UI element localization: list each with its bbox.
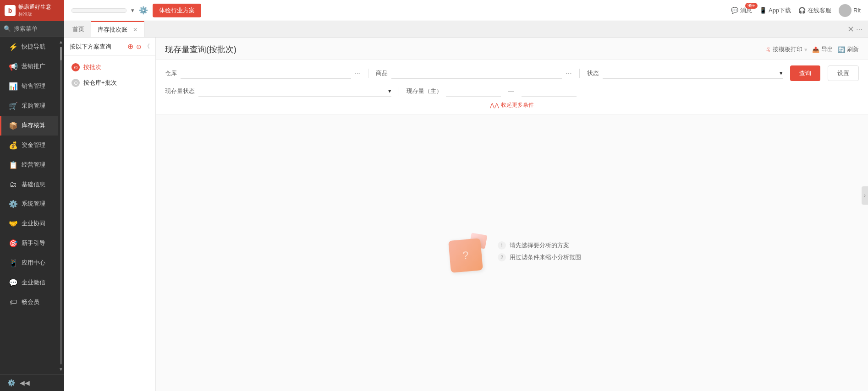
panel-add-btn[interactable]: ⊕: [127, 42, 133, 51]
messages-btn[interactable]: 💬 消息 99+: [731, 6, 752, 15]
filter-row-2: 现存量状态 ▾ 现存量（主） —: [165, 86, 859, 97]
sidebar-item-business[interactable]: 📋 经营管理: [0, 155, 58, 175]
sidebar-scroll-down[interactable]: ▼: [58, 365, 64, 373]
settings-footer-btn[interactable]: ⚙️: [7, 379, 15, 386]
product-input[interactable]: [391, 68, 562, 79]
warehouse-input[interactable]: [181, 68, 351, 79]
empty-step-2: 2 用过滤条件来缩小分析范围: [498, 253, 581, 261]
panel-item-by-warehouse-batch[interactable]: ⊙ 按仓库+批次: [64, 75, 155, 91]
app-download-btn[interactable]: 📱 App下载: [759, 6, 791, 15]
warehouse-dots[interactable]: ···: [355, 69, 361, 77]
export-btn[interactable]: 📤 导出: [812, 45, 833, 54]
collapse-btn[interactable]: ⋀⋀ 收起更多条件: [490, 101, 534, 109]
online-service-label: 在线客服: [808, 6, 831, 15]
empty-illustration: [443, 230, 489, 276]
tab-home[interactable]: 首页: [66, 21, 91, 37]
nav-label-sales: 销售管理: [22, 82, 45, 90]
tab-bar-right: ✕ ⋯: [847, 21, 866, 37]
sidebar-item-enterprise[interactable]: 🤝 企业协同: [0, 214, 58, 234]
tab-more-btn[interactable]: ⋯: [856, 26, 863, 33]
nav-label-wechat: 企业微信: [22, 278, 45, 287]
sidebar-item-member[interactable]: 🏷 畅会员: [0, 293, 58, 312]
experience-btn[interactable]: 体验行业方案: [153, 4, 201, 17]
sidebar-item-finance[interactable]: 💰 资金管理: [0, 136, 58, 155]
sidebar-item-marketing[interactable]: 📢 营销推广: [0, 57, 58, 76]
app-download-label: App下载: [769, 6, 791, 15]
sidebar-search[interactable]: 🔍 搜索菜单: [0, 21, 64, 37]
sidebar-item-system[interactable]: ⚙️ 系统管理: [0, 194, 58, 214]
product-filter-group: 商品 ···: [376, 68, 571, 79]
collapse-row: ⋀⋀ 收起更多条件: [165, 101, 859, 109]
user-menu[interactable]: Rit: [839, 4, 861, 17]
nav-label-business: 经营管理: [22, 161, 45, 169]
header-right: 💬 消息 99+ 📱 App下载 🎧 在线客服 Rit: [731, 4, 861, 17]
panel-collapse-btn[interactable]: 《: [144, 43, 150, 50]
tab-close-btn[interactable]: ✕: [133, 27, 137, 33]
sidebar-item-sales[interactable]: 📊 销售管理: [0, 76, 58, 96]
panel-item-by-batch[interactable]: ⊙ 按批次: [64, 60, 155, 75]
print-dropdown-icon: ▾: [804, 46, 808, 53]
product-dots[interactable]: ···: [566, 69, 571, 77]
header-search-box[interactable]: [71, 8, 126, 13]
page-title: 现存量查询(按批次): [165, 44, 236, 55]
sidebar-item-wechat[interactable]: 💬 企业微信: [0, 273, 58, 293]
stock-status-group: 现存量状态 ▾: [165, 86, 391, 97]
stock-status-dropdown-icon: ▾: [388, 87, 391, 94]
right-collapse-icon: ›: [864, 192, 866, 199]
query-btn[interactable]: 查询: [790, 65, 820, 81]
sidebar-item-shortcut[interactable]: ⚡ 快捷导航: [0, 37, 58, 57]
status-select[interactable]: ▾: [603, 68, 783, 79]
header-dropdown-btn[interactable]: ▾: [131, 7, 134, 14]
settings-btn[interactable]: 设置: [828, 65, 859, 81]
right-collapse-handle[interactable]: ›: [862, 186, 868, 205]
tab-inventory-batch[interactable]: 库存批次账 ✕: [91, 21, 144, 37]
empty-text: 1 请先选择要分析的方案 2 用过滤条件来缩小分析范围: [498, 241, 581, 265]
service-icon: 🎧: [798, 7, 806, 14]
user-name: Rit: [853, 7, 861, 14]
print-btn[interactable]: 🖨 按模板打印 ▾: [765, 45, 808, 54]
stock-qty-max[interactable]: [522, 86, 577, 97]
sidebar-item-guide[interactable]: 🎯 新手引导: [0, 234, 58, 253]
online-service-btn[interactable]: 🎧 在线客服: [798, 6, 831, 15]
nav-label-shortcut: 快捷导航: [22, 43, 45, 51]
sidebar-header: b 畅康通好生意 标准版: [0, 0, 64, 21]
messages-badge: 99+: [745, 3, 758, 9]
sidebar-item-inventory[interactable]: 📦 库存核算: [0, 116, 58, 136]
sidebar-item-basic[interactable]: 🗂 基础信息: [0, 175, 58, 194]
sidebar-scroll-up[interactable]: ▲: [58, 38, 64, 46]
search-icon: 🔍: [4, 25, 11, 32]
header-gear-btn[interactable]: ⚙️: [139, 6, 148, 15]
filter-divider-3: [399, 87, 399, 96]
tab-close-main-btn[interactable]: ✕: [847, 24, 854, 34]
step-2-text: 用过滤条件来缩小分析范围: [510, 253, 581, 261]
nav-label-member: 畅会员: [22, 298, 39, 306]
sidebar: b 畅康通好生意 标准版 🔍 搜索菜单 ⚡ 快捷导航 📢 营销推广 📊 销售管理…: [0, 0, 64, 391]
stock-qty-min[interactable]: [446, 86, 501, 97]
step-1-text: 请先选择要分析的方案: [510, 241, 569, 250]
panel-title: 按以下方案查询: [70, 43, 111, 51]
stock-qty-label: 现存量（主）: [407, 87, 442, 95]
sidebar-nav: ⚡ 快捷导航 📢 营销推广 📊 销售管理 🛒 采购管理 📦 库存核算 💰 资金管…: [0, 37, 58, 374]
panel-settings-btn[interactable]: ⊙: [136, 43, 142, 50]
filter-divider-1: [368, 69, 368, 78]
refresh-icon: 🔄: [838, 46, 845, 53]
filter-area: 仓库 ··· 商品 ··· 状态 ▾: [156, 60, 868, 115]
sidebar-item-purchase[interactable]: 🛒 采购管理: [0, 96, 58, 116]
top-header: ▾ ⚙️ 体验行业方案 💬 消息 99+ 📱 App下载 🎧 在线客服 Rit: [64, 0, 868, 21]
nav-label-system: 系统管理: [22, 200, 45, 208]
refresh-btn[interactable]: 🔄 刷新: [838, 45, 859, 54]
stock-status-select[interactable]: ▾: [198, 86, 391, 97]
collapse-footer-btn[interactable]: ◀◀: [20, 379, 30, 386]
nav-label-guide: 新手引导: [22, 239, 45, 247]
panel-item-icon-by-warehouse-batch: ⊙: [71, 79, 80, 87]
app-name: 畅康通好生意: [18, 4, 51, 11]
refresh-label: 刷新: [847, 45, 859, 54]
left-panel: 按以下方案查询 ⊕ ⊙ 《 ⊙ 按批次 ⊙ 按仓库+批次: [64, 38, 156, 391]
sidebar-item-appstore[interactable]: 📱 应用中心: [0, 253, 58, 273]
tab-bar: 首页 库存批次账 ✕ ✕ ⋯: [64, 21, 868, 38]
main-area: ▾ ⚙️ 体验行业方案 💬 消息 99+ 📱 App下载 🎧 在线客服 Rit: [64, 0, 868, 391]
page-header-actions: 🖨 按模板打印 ▾ 📤 导出 🔄 刷新: [765, 45, 859, 54]
status-dropdown-icon: ▾: [780, 70, 783, 76]
empty-state: 1 请先选择要分析的方案 2 用过滤条件来缩小分析范围: [156, 115, 868, 391]
nav-icon-inventory: 📦: [9, 121, 18, 130]
